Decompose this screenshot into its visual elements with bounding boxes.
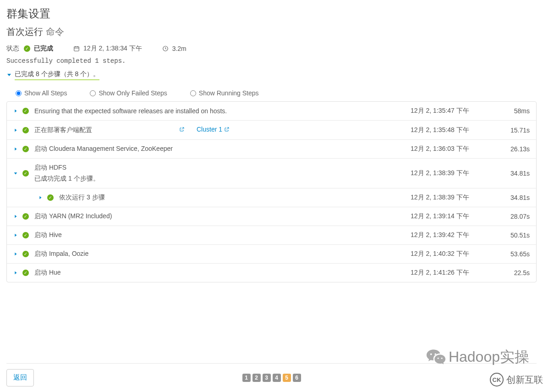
page-title: 群集设置 xyxy=(6,6,537,21)
status-value: 已完成 xyxy=(34,44,53,53)
step-desc: 启动 YARN (MR2 Included) xyxy=(34,212,112,220)
external-link-icon xyxy=(179,127,185,132)
svg-marker-10 xyxy=(39,196,41,199)
page-2[interactable]: 2 xyxy=(252,374,261,382)
step-row[interactable]: ✓ 启动 Cloudera Management Service, ZooKee… xyxy=(7,140,536,159)
step-row[interactable]: ✓ 启动 Hue 12月 2, 1:41:26 下午 22.5s xyxy=(7,264,536,282)
chevron-down-icon xyxy=(6,72,12,79)
page-1[interactable]: 1 xyxy=(242,374,251,382)
filter-failed-radio[interactable] xyxy=(90,90,96,96)
step-row[interactable]: ✓ 启动 Hive 12月 2, 1:39:42 下午 50.51s xyxy=(7,226,536,245)
check-circle-icon: ✓ xyxy=(22,232,29,238)
step-duration: 34.81s xyxy=(493,170,530,177)
check-circle-icon: ✓ xyxy=(22,213,29,220)
filter-failed-label: Show Only Failed Steps xyxy=(99,89,167,97)
step-desc: 依次运行 3 步骤 xyxy=(59,193,411,202)
chevron-right-icon[interactable] xyxy=(13,147,20,151)
chevron-right-icon[interactable] xyxy=(13,233,20,237)
filter-all-label: Show All Steps xyxy=(24,89,67,97)
step-duration: 15.71s xyxy=(493,127,530,134)
back-button[interactable]: 返回 xyxy=(6,369,34,386)
clock-icon xyxy=(162,45,169,52)
result-message: Successfully completed 1 steps. xyxy=(6,57,537,65)
step-subnote: 已成功完成 1 个步骤。 xyxy=(34,175,411,183)
chevron-right-icon[interactable] xyxy=(13,214,20,219)
step-timestamp: 12月 2, 1:39:14 下午 xyxy=(411,212,493,221)
step-timestamp: 12月 2, 1:38:39 下午 xyxy=(411,169,493,177)
svg-marker-12 xyxy=(15,234,16,237)
steps-summary-text: 已完成 8 个步骤（共 8 个）。 xyxy=(15,70,99,80)
page-subtitle: 首次运行 命令 xyxy=(6,26,537,38)
status-label: 状态 xyxy=(6,44,19,53)
check-circle-icon: ✓ xyxy=(22,170,29,177)
svg-rect-0 xyxy=(74,47,79,51)
step-timestamp: 12月 2, 1:35:48 下午 xyxy=(411,126,493,134)
step-duration: 26.13s xyxy=(493,145,530,153)
step-duration: 28.07s xyxy=(493,213,530,220)
step-duration: 22.5s xyxy=(493,269,530,276)
chevron-down-icon[interactable] xyxy=(13,171,20,176)
svg-marker-6 xyxy=(15,110,16,113)
filter-running-radio[interactable] xyxy=(190,90,196,96)
step-row[interactable]: ✓ 启动 HDFS已成功完成 1 个步骤。 12月 2, 1:38:39 下午 … xyxy=(7,159,536,188)
footer-bar: 返回 123456 xyxy=(6,363,537,392)
svg-marker-7 xyxy=(15,128,16,132)
calendar-icon xyxy=(73,45,80,52)
steps-table: ✓ Ensuring that the expected software re… xyxy=(6,101,537,282)
cluster-external-link[interactable]: Cluster 1 xyxy=(179,126,230,133)
filter-running[interactable]: Show Running Steps xyxy=(190,89,259,97)
step-desc: Ensuring that the expected software rele… xyxy=(34,107,227,115)
step-duration: 50.51s xyxy=(493,232,530,239)
filter-failed[interactable]: Show Only Failed Steps xyxy=(90,89,167,97)
cluster-link[interactable]: Cluster 1 xyxy=(197,126,230,133)
chevron-right-icon[interactable] xyxy=(13,252,20,256)
page-3[interactable]: 3 xyxy=(263,374,271,382)
check-circle-icon: ✓ xyxy=(22,270,29,276)
page-4[interactable]: 4 xyxy=(273,374,281,382)
chevron-right-icon[interactable] xyxy=(38,195,44,200)
step-row[interactable]: ✓ 依次运行 3 步骤 12月 2, 1:38:39 下午 34.81s xyxy=(7,188,536,207)
step-desc: 启动 Hue xyxy=(34,269,61,276)
subtitle-light: 命令 xyxy=(46,27,64,37)
chevron-right-icon[interactable] xyxy=(13,271,20,275)
step-desc: 启动 HDFS xyxy=(34,164,66,171)
svg-marker-9 xyxy=(14,172,17,174)
svg-marker-5 xyxy=(7,74,11,76)
step-row[interactable]: ✓ 启动 YARN (MR2 Included) 12月 2, 1:39:14 … xyxy=(7,207,536,226)
step-timestamp: 12月 2, 1:38:39 下午 xyxy=(411,193,493,202)
chevron-right-icon[interactable] xyxy=(13,109,20,113)
check-circle-icon: ✓ xyxy=(24,45,30,52)
step-timestamp: 12月 2, 1:40:32 下午 xyxy=(411,250,493,258)
check-circle-icon: ✓ xyxy=(22,127,29,133)
step-row[interactable]: ✓ 正在部署客户端配置 Cluster 1 12月 2, 1:35:48 下午 … xyxy=(7,121,536,140)
page-6[interactable]: 6 xyxy=(293,374,301,382)
status-duration: 3.2m xyxy=(172,45,186,52)
filter-running-label: Show Running Steps xyxy=(199,89,259,97)
svg-marker-13 xyxy=(15,253,16,256)
page-5[interactable]: 5 xyxy=(283,374,291,382)
chevron-right-icon[interactable] xyxy=(13,128,20,133)
status-timestamp: 12月 2, 1:38:34 下午 xyxy=(83,44,142,53)
status-line: 状态 ✓ 已完成 12月 2, 1:38:34 下午 3.2m xyxy=(6,44,537,53)
step-row[interactable]: ✓ Ensuring that the expected software re… xyxy=(7,102,536,121)
check-circle-icon: ✓ xyxy=(22,251,29,257)
step-timestamp: 12月 2, 1:41:26 下午 xyxy=(411,269,493,277)
step-duration: 58ms xyxy=(493,107,530,115)
step-timestamp: 12月 2, 1:35:47 下午 xyxy=(411,107,493,115)
step-desc: 启动 Cloudera Management Service, ZooKeepe… xyxy=(34,145,173,152)
svg-marker-11 xyxy=(15,215,16,218)
step-timestamp: 12月 2, 1:36:03 下午 xyxy=(411,145,493,153)
step-desc: 正在部署客户端配置 xyxy=(34,126,92,133)
check-circle-icon: ✓ xyxy=(47,194,54,201)
pager: 123456 xyxy=(242,374,301,382)
step-desc: 启动 Hive xyxy=(34,231,62,238)
step-desc: 启动 Impala, Oozie xyxy=(34,250,88,257)
check-circle-icon: ✓ xyxy=(22,146,29,152)
step-duration: 34.81s xyxy=(493,194,530,201)
steps-summary-expander[interactable]: 已完成 8 个步骤（共 8 个）。 xyxy=(6,70,537,80)
filter-all-radio[interactable] xyxy=(16,90,22,96)
filter-all[interactable]: Show All Steps xyxy=(16,89,67,97)
step-row[interactable]: ✓ 启动 Impala, Oozie 12月 2, 1:40:32 下午 53.… xyxy=(7,245,536,264)
step-duration: 53.65s xyxy=(493,250,530,258)
check-circle-icon: ✓ xyxy=(22,108,29,114)
